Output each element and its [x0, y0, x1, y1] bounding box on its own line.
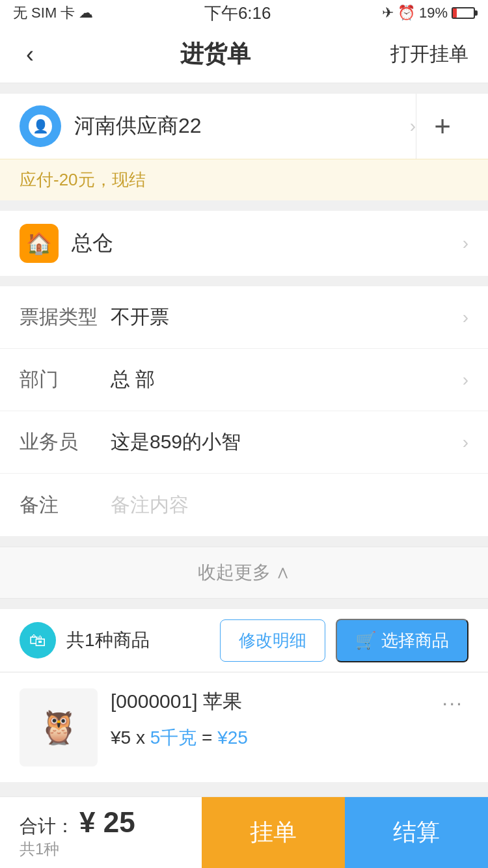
- hang-button[interactable]: 挂单: [202, 797, 345, 868]
- add-supplier-button[interactable]: +: [416, 110, 468, 142]
- nav-bar: ‹ 进货单 打开挂单: [0, 26, 488, 83]
- status-left: 无 SIM 卡 ☁: [13, 3, 93, 23]
- supplier-chevron-icon: ›: [410, 116, 416, 137]
- ticket-type-row[interactable]: 票据类型 不开票 ›: [0, 286, 488, 349]
- main-content: 👤 河南供应商22 › + 应付-20元，现结 🏠 总仓 › 票据类型 不开票 …: [0, 94, 488, 860]
- owl-icon: 🦉: [38, 709, 79, 746]
- select-product-button[interactable]: 🛒 选择商品: [336, 619, 468, 662]
- bottom-bar: 合计： ¥ 25 共1种 挂单 结算: [0, 796, 488, 868]
- product-title: 苹果: [203, 690, 242, 712]
- department-chevron-icon: ›: [463, 370, 468, 390]
- supplier-section: 👤 河南供应商22 › +: [0, 94, 488, 159]
- select-product-label: 选择商品: [381, 629, 449, 652]
- supplier-row[interactable]: 👤 河南供应商22 ›: [20, 94, 416, 159]
- edit-detail-button[interactable]: 修改明细: [220, 619, 325, 662]
- settle-button[interactable]: 结算: [345, 797, 488, 868]
- product-count-label: 共1种商品: [66, 628, 210, 653]
- multiply-sign: x: [136, 727, 145, 748]
- ticket-type-value: 不开票: [111, 304, 456, 331]
- warehouse-section[interactable]: 🏠 总仓 ›: [0, 211, 488, 276]
- avatar-person-icon: 👤: [29, 115, 52, 138]
- remark-input[interactable]: 备注内容: [111, 492, 468, 519]
- product-more-button[interactable]: ···: [437, 688, 468, 718]
- status-right: ✈ ⏰ 19%: [382, 5, 475, 21]
- unit-price: ¥5: [111, 727, 131, 748]
- warehouse-name: 总仓: [72, 229, 456, 258]
- collapse-label: 收起更多 ∧: [198, 560, 291, 585]
- salesman-label: 业务员: [20, 429, 111, 455]
- form-section: 票据类型 不开票 › 部门 总 部 › 业务员 这是859的小智 › 备注 备注…: [0, 286, 488, 536]
- product-qty: 5千克: [150, 727, 197, 748]
- status-time: 下午6:16: [204, 2, 271, 25]
- total-section: 合计： ¥ 25 共1种: [0, 797, 202, 868]
- total-amount: ¥ 25: [79, 806, 135, 839]
- department-row[interactable]: 部门 总 部 ›: [0, 349, 488, 411]
- ticket-type-chevron-icon: ›: [463, 307, 468, 328]
- product-item: 🦉 [0000001] 苹果 ¥5 x 5千克 = ¥25 ···: [0, 673, 488, 782]
- hang-label: 挂单: [250, 817, 297, 848]
- product-subtotal: ¥25: [217, 727, 248, 748]
- battery-icon: [452, 7, 475, 19]
- total-sub: 共1种: [20, 839, 182, 860]
- department-label: 部门: [20, 366, 111, 393]
- product-info: [0000001] 苹果 ¥5 x 5千克 = ¥25: [111, 688, 424, 750]
- page-title: 进货单: [180, 38, 251, 70]
- settle-label: 结算: [393, 817, 440, 848]
- warehouse-icon: 🏠: [20, 224, 59, 263]
- bag-icon: 🛍: [29, 631, 46, 651]
- back-button[interactable]: ‹: [20, 34, 40, 75]
- supplier-name: 河南供应商22: [74, 112, 403, 141]
- salesman-row[interactable]: 业务员 这是859的小智 ›: [0, 411, 488, 474]
- supplier-avatar: 👤: [20, 105, 61, 147]
- product-price: ¥5 x 5千克 = ¥25: [111, 726, 424, 750]
- product-code: [0000001]: [111, 690, 197, 712]
- supplier-hint: 应付-20元，现结: [0, 159, 488, 200]
- salesman-chevron-icon: ›: [463, 432, 468, 453]
- collapse-button[interactable]: 收起更多 ∧: [0, 547, 488, 599]
- product-header: 🛍 共1种商品 修改明细 🛒 选择商品: [0, 609, 488, 671]
- battery-percent: 19%: [419, 5, 448, 21]
- open-hang-button[interactable]: 打开挂单: [390, 41, 468, 68]
- total-label: 合计：: [20, 814, 74, 839]
- warehouse-home-icon: 🏠: [26, 231, 52, 256]
- product-name: [0000001] 苹果: [111, 688, 424, 715]
- ticket-type-label: 票据类型: [20, 304, 111, 331]
- total-line: 合计： ¥ 25: [20, 806, 182, 839]
- cart-icon: 🛒: [355, 631, 376, 651]
- remark-label: 备注: [20, 492, 111, 519]
- equals-sign: =: [202, 727, 212, 748]
- department-value: 总 部: [111, 366, 456, 393]
- alarm-icon: ⏰: [398, 5, 415, 21]
- salesman-value: 这是859的小智: [111, 429, 456, 455]
- sim-status: 无 SIM 卡 ☁: [13, 3, 93, 23]
- product-count-icon: 🛍: [20, 622, 56, 658]
- remark-row[interactable]: 备注 备注内容: [0, 474, 488, 536]
- product-thumbnail: 🦉: [20, 688, 98, 766]
- warehouse-chevron-icon: ›: [463, 233, 468, 254]
- battery-fill: [453, 8, 457, 18]
- location-icon: ✈: [382, 5, 394, 21]
- status-bar: 无 SIM 卡 ☁ 下午6:16 ✈ ⏰ 19%: [0, 0, 488, 26]
